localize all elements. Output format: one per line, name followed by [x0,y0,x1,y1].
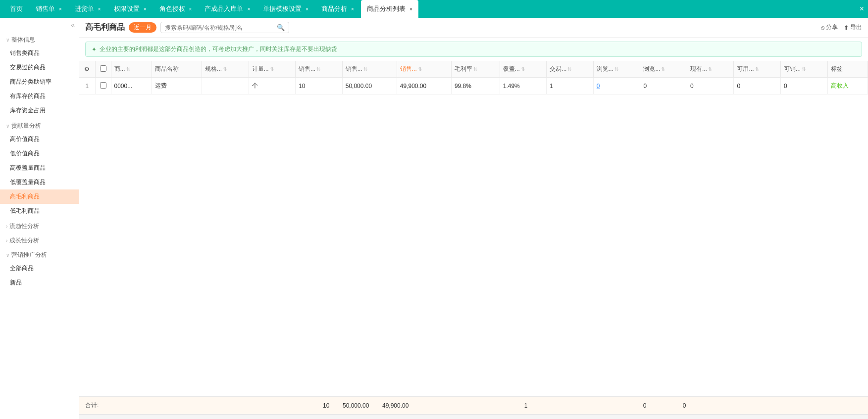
filter-recent-month-button[interactable]: 近一月 [129,22,156,33]
nav-item-7[interactable]: 商品分析× [315,0,360,18]
section-arrow-icon-2: › [6,224,7,229]
nav-item-5[interactable]: 产成品入库单× [199,0,256,18]
footer-sales3: 49,900.00 [372,402,411,409]
browse1-link[interactable]: 0 [597,83,600,90]
nav-item-6[interactable]: 单据模板设置× [257,0,314,18]
table-container[interactable]: ⚙商...⇅商品名称规格...⇅计量...⇅销售...⇅销售...⇅销售...⇅… [79,61,868,396]
col-header-12[interactable]: 浏览...⇅ [593,61,640,78]
col-label-7: 销售... [346,65,362,73]
sidebar-item-4-0[interactable]: 全部商品 [0,261,79,276]
nav-close-icon-2[interactable]: × [98,6,101,12]
sort-arrows-10[interactable]: ⇅ [521,66,525,72]
share-button[interactable]: ⎋ 分享 [821,23,838,32]
close-window-button[interactable]: × [860,4,864,13]
sidebar-item-0-2[interactable]: 商品分类助销率 [0,75,79,89]
sort-arrows-12[interactable]: ⇅ [614,66,618,72]
nav-item-3[interactable]: 权限设置× [108,0,153,18]
sidebar-section-4[interactable]: ∨营销推广分析 [0,247,79,261]
col-header-4[interactable]: 规格...⇅ [202,61,249,78]
col-label-6: 销售... [299,65,315,73]
col-header-8[interactable]: 销售...⇅ [397,61,451,78]
col-label-11: 交易... [550,65,566,73]
col-label-9: 毛利率 [455,65,472,73]
sidebar-section-3[interactable]: ›成长性分析 [0,233,79,247]
row-checkbox-0[interactable] [100,82,106,89]
bottom-scrollbar[interactable] [79,414,868,419]
col-header-10[interactable]: 覆盖...⇅ [500,61,547,78]
top-navigation: 首页销售单×进货单×权限设置×角色授权×产成品入库单×单据模板设置×商品分析×商… [0,0,868,18]
sort-arrows-4[interactable]: ⇅ [223,66,227,72]
sidebar-section-0[interactable]: ∨整体信息 [0,32,79,46]
col-header-14[interactable]: 现有...⇅ [687,61,734,78]
sidebar-item-1-2[interactable]: 高覆盖量商品 [0,161,79,175]
section-arrow-icon-1: ∨ [6,123,9,129]
sidebar-collapse-button[interactable]: « [0,18,79,32]
sort-arrows-13[interactable]: ⇅ [661,66,665,72]
section-title-4: 营销推广分析 [11,251,47,259]
nav-close-icon-8[interactable]: × [409,6,412,12]
table-cell-0-17: 高收入 [827,78,868,94]
col-header-9[interactable]: 毛利率⇅ [451,61,500,78]
col-header-2[interactable]: 商...⇅ [111,61,152,78]
sort-arrows-15[interactable]: ⇅ [755,66,759,72]
search-box: 🔍 [160,22,289,33]
sidebar-item-0-4[interactable]: 库存资金占用 [0,103,79,118]
col-header-13[interactable]: 浏览...⇅ [640,61,687,78]
table-cell-0-9: 99.8% [451,78,500,94]
nav-close-icon-3[interactable]: × [144,6,147,12]
select-all-checkbox[interactable] [100,65,106,72]
export-button[interactable]: ⬆ 导出 [844,23,862,32]
sort-arrows-2[interactable]: ⇅ [126,66,130,72]
sidebar-section-2[interactable]: ›流趋性分析 [0,218,79,233]
sidebar-item-0-0[interactable]: 销售类商品 [0,46,79,60]
table-cell-0-7: 50,000.00 [342,78,397,94]
nav-item-8[interactable]: 商品分析列表× [361,0,418,18]
sidebar-item-0-3[interactable]: 有库存的商品 [0,89,79,103]
nav-close-icon-1[interactable]: × [59,6,62,12]
section-arrow-icon-4: ∨ [6,252,9,258]
sidebar-item-1-0[interactable]: 高价值商品 [0,132,79,146]
nav-item-4[interactable]: 角色授权× [153,0,198,18]
col-header-5[interactable]: 计量...⇅ [249,61,296,78]
sidebar-item-0-1[interactable]: 交易过的商品 [0,60,79,75]
nav-close-icon-5[interactable]: × [247,6,250,12]
table-cell-0-1 [95,78,111,94]
nav-close-icon-6[interactable]: × [306,6,308,12]
sidebar-item-1-5[interactable]: 低毛利商品 [0,204,79,218]
footer-available: 0 [649,402,689,409]
section-title-2: 流趋性分析 [9,222,39,231]
table-cell-0-3: 运费 [152,78,202,94]
sort-arrows-5[interactable]: ⇅ [270,66,274,72]
col-label-2: 商... [114,65,125,73]
sort-arrows-6[interactable]: ⇅ [316,66,320,72]
gear-icon[interactable]: ⚙ [84,66,90,73]
col-header-16[interactable]: 可销...⇅ [781,61,828,78]
info-banner: ✦ 企业的主要的利润都是这部分商品创造的，可考虑加大推广，同时关注库存是不要出现… [85,42,862,57]
col-header-11[interactable]: 交易...⇅ [547,61,594,78]
col-header-15[interactable]: 可用...⇅ [734,61,781,78]
sidebar-item-1-3[interactable]: 低覆盖量商品 [0,175,79,189]
sort-arrows-9[interactable]: ⇅ [473,66,477,72]
nav-close-icon-4[interactable]: × [189,6,192,12]
footer-sales2: 50,000.00 [332,402,372,409]
col-header-6[interactable]: 销售...⇅ [296,61,343,78]
nav-item-2[interactable]: 进货单× [69,0,107,18]
nav-close-icon-7[interactable]: × [351,6,354,12]
sidebar-item-1-4[interactable]: 高毛利商品 [0,189,79,204]
sidebar-item-1-1[interactable]: 低价值商品 [0,146,79,161]
col-label-5: 计量... [252,65,269,73]
footer-current: 0 [610,402,649,409]
col-header-7[interactable]: 销售...⇅ [342,61,397,78]
nav-item-1[interactable]: 销售单× [30,0,68,18]
sort-arrows-11[interactable]: ⇅ [567,66,571,72]
sort-arrows-16[interactable]: ⇅ [802,66,806,72]
search-icon[interactable]: 🔍 [277,24,285,31]
sort-arrows-8[interactable]: ⇅ [418,66,422,72]
search-input[interactable] [165,24,275,31]
col-header-17: 标签 [827,61,868,78]
nav-item-0[interactable]: 首页 [4,0,29,18]
sort-arrows-14[interactable]: ⇅ [708,66,712,72]
sort-arrows-7[interactable]: ⇅ [363,66,367,72]
sidebar-section-1[interactable]: ∨贡献量分析 [0,118,79,132]
sidebar-item-4-1[interactable]: 新品 [0,276,79,290]
